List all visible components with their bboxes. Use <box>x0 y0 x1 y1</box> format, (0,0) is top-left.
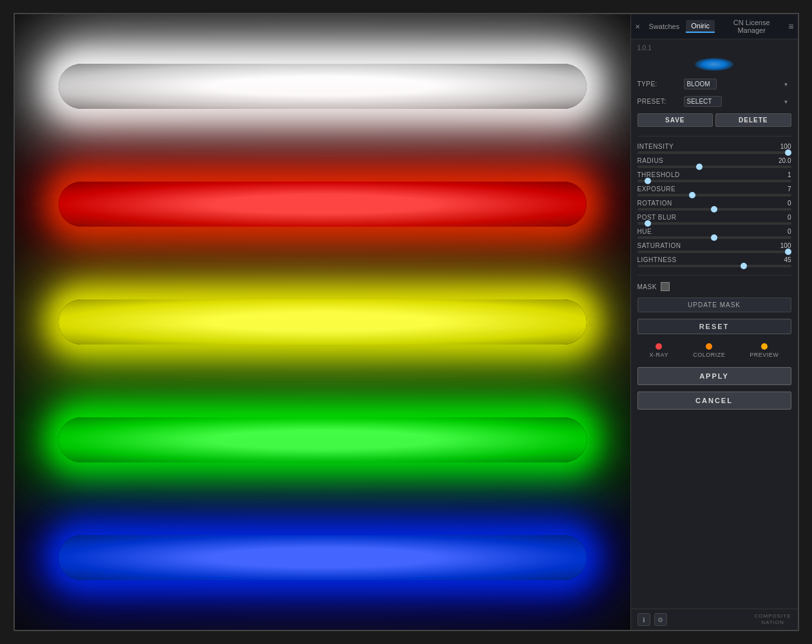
blue-light-bar <box>59 535 587 580</box>
colorize-dot <box>706 343 712 350</box>
save-delete-row: SAVE DELETE <box>637 113 791 127</box>
toggle-row: X-RAY COLORIZE PREVIEW <box>637 343 791 358</box>
lightness-slider[interactable] <box>637 265 791 267</box>
preset-label: PRESET: <box>637 98 684 105</box>
preset-select-wrapper: SELECT PRESET 1 PRESET 2 <box>684 96 791 107</box>
canvas-preview <box>15 14 630 630</box>
intensity-slider[interactable] <box>637 151 791 154</box>
composite-logo: COMPOSITENATION <box>754 613 791 625</box>
reset-button[interactable]: RESET <box>637 319 791 334</box>
lightness-slider-row: LIGHTNESS 45 <box>637 256 791 267</box>
threshold-slider-row: THRESHOLD 1 <box>637 171 791 182</box>
tab-oniric[interactable]: Oniric <box>686 20 715 33</box>
type-row: TYPE: BLOOM GLOW STREAK <box>637 79 791 90</box>
update-mask-button[interactable]: UPDATE MASK <box>637 298 791 312</box>
preset-select[interactable]: SELECT PRESET 1 PRESET 2 <box>684 96 722 107</box>
red-bar-wrapper <box>46 182 600 227</box>
gear-button[interactable]: ⚙ <box>654 613 667 626</box>
hue-slider-row: HUE 0 <box>637 228 791 239</box>
version-label: 1.0.1 <box>637 44 791 52</box>
panel-content: 1.0.1 TYPE: BLOOM GLOW STREAK PRESET: <box>631 39 798 609</box>
saturation-slider-row: SATURATION 100 <box>637 242 791 253</box>
green-bar-wrapper <box>46 417 600 462</box>
yellow-bar-wrapper <box>46 299 600 345</box>
saturation-slider[interactable] <box>637 251 791 253</box>
mask-row: MASK <box>637 282 791 291</box>
apply-button[interactable]: APPLY <box>637 367 791 385</box>
exposure-slider-row: EXPOSURE 7 <box>637 185 791 196</box>
tab-cn-license[interactable]: CN License Manager <box>716 17 787 36</box>
xray-label: X-RAY <box>650 352 668 358</box>
tab-swatches[interactable]: Swatches <box>644 21 685 32</box>
xray-toggle[interactable]: X-RAY <box>650 343 668 358</box>
preset-row: PRESET: SELECT PRESET 1 PRESET 2 <box>637 96 791 107</box>
blue-bar-wrapper <box>46 535 600 580</box>
panel-footer: ℹ ⚙ COMPOSITENATION <box>631 609 798 630</box>
panel-topbar: ✕ Swatches Oniric CN License Manager ≡ <box>631 14 798 39</box>
hue-slider[interactable] <box>637 236 791 239</box>
mask-label: MASK <box>637 283 657 290</box>
radius-slider[interactable] <box>637 166 791 168</box>
white-light-bar <box>59 64 587 109</box>
glow-orb <box>695 58 733 71</box>
delete-button[interactable]: DELETE <box>715 113 791 127</box>
preview-label: PREVIEW <box>750 352 779 358</box>
menu-icon[interactable]: ≡ <box>788 21 793 32</box>
main-window: ✕ Swatches Oniric CN License Manager ≡ 1… <box>14 13 799 631</box>
save-button[interactable]: SAVE <box>637 113 713 127</box>
postblur-slider[interactable] <box>637 222 791 225</box>
radius-slider-row: RADIUS 20.0 <box>637 157 791 168</box>
threshold-slider[interactable] <box>637 180 791 182</box>
sliders-section: INTENSITY 100 RADIUS 20.0 THRE <box>637 143 791 269</box>
xray-dot <box>656 343 662 350</box>
yellow-light-bar <box>59 299 587 345</box>
white-bar-wrapper <box>46 64 600 109</box>
type-select[interactable]: BLOOM GLOW STREAK <box>684 79 717 90</box>
red-light-bar <box>59 182 587 227</box>
rotation-slider[interactable] <box>637 208 791 211</box>
close-button[interactable]: ✕ <box>635 23 640 30</box>
rotation-slider-row: ROTATION 0 <box>637 200 791 211</box>
mask-icon <box>661 282 670 291</box>
intensity-slider-row: INTENSITY 100 <box>637 143 791 154</box>
preview-dot <box>761 343 768 350</box>
type-select-wrapper: BLOOM GLOW STREAK <box>684 79 791 90</box>
cancel-button[interactable]: CANCEL <box>637 392 791 410</box>
info-button[interactable]: ℹ <box>637 613 650 626</box>
green-light-bar <box>59 417 587 462</box>
postblur-slider-row: POST BLUR 0 <box>637 214 791 225</box>
divider-2 <box>637 275 791 276</box>
divider-1 <box>637 136 791 137</box>
right-panel: ✕ Swatches Oniric CN License Manager ≡ 1… <box>630 14 798 630</box>
preview-toggle[interactable]: PREVIEW <box>750 343 779 358</box>
colorize-label: COLORIZE <box>693 352 725 358</box>
colorize-toggle[interactable]: COLORIZE <box>693 343 725 358</box>
exposure-slider[interactable] <box>637 194 791 196</box>
type-label: TYPE: <box>637 80 684 88</box>
